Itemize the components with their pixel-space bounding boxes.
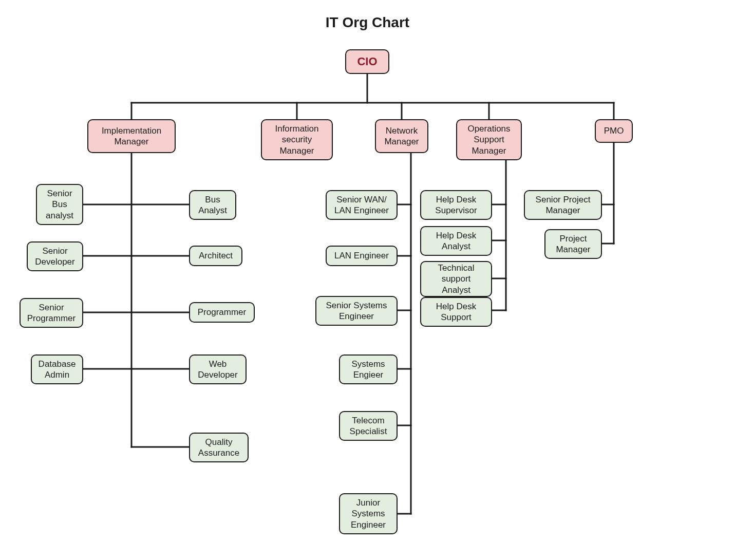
node-network-manager[interactable]: Network Manager (375, 119, 428, 153)
node-label: Database Admin (39, 359, 76, 381)
node-infosec-manager[interactable]: Information security Manager (261, 119, 333, 160)
node-label: Implementation Manager (102, 125, 161, 147)
node-senior-developer[interactable]: Senior Developer (27, 241, 83, 271)
chart-title: IT Org Chart (0, 14, 735, 31)
node-label: Senior Project Manager (536, 194, 591, 216)
node-senior-programmer[interactable]: Senior Programmer (20, 298, 83, 328)
node-architect[interactable]: Architect (189, 246, 242, 266)
node-cio[interactable]: CIO (345, 49, 389, 74)
node-project-manager[interactable]: Project Manager (544, 229, 602, 259)
node-junior-systems-engineer[interactable]: Junior Systems Engineer (339, 493, 398, 534)
org-chart-canvas: IT Org Chart (0, 0, 735, 560)
node-label: Senior Bus analyst (46, 188, 73, 221)
node-label: Project Manager (556, 233, 590, 255)
node-database-admin[interactable]: Database Admin (31, 354, 83, 384)
node-label: Senior Developer (35, 246, 75, 268)
node-senior-wan-lan-engineer[interactable]: Senior WAN/ LAN Engineer (326, 190, 398, 220)
node-label: Help Desk Support (436, 301, 476, 323)
node-label: Programmer (198, 307, 246, 318)
node-label: Senior Systems Engineer (326, 300, 387, 322)
node-label: LAN Engineer (334, 250, 389, 261)
node-senior-bus-analyst[interactable]: Senior Bus analyst (36, 184, 83, 225)
node-label: Network Manager (384, 125, 419, 147)
node-technical-support-analyst[interactable]: Technical support Analyst (420, 261, 492, 297)
node-senior-systems-engineer[interactable]: Senior Systems Engineer (315, 296, 398, 326)
node-programmer[interactable]: Programmer (189, 302, 255, 323)
node-help-desk-support[interactable]: Help Desk Support (420, 297, 492, 327)
node-label: Junior Systems Engineer (351, 497, 386, 530)
node-label: Information security Manager (275, 123, 318, 156)
node-label: Technical support Analyst (438, 263, 475, 295)
node-systems-engineer[interactable]: Systems Engieer (339, 354, 398, 384)
node-pmo[interactable]: PMO (595, 119, 633, 143)
node-senior-project-manager[interactable]: Senior Project Manager (524, 190, 602, 220)
node-web-developer[interactable]: Web Developer (189, 354, 247, 384)
node-label: CIO (357, 54, 377, 69)
node-operations-manager[interactable]: Operations Support Manager (456, 119, 522, 160)
connector-lines (0, 0, 735, 560)
node-label: Web Developer (198, 359, 238, 381)
node-label: Telecom Specialist (350, 415, 387, 437)
node-label: Operations Support Manager (467, 123, 510, 156)
node-help-desk-supervisor[interactable]: Help Desk Supervisor (420, 190, 492, 220)
node-help-desk-analyst[interactable]: Help Desk Analyst (420, 226, 492, 256)
node-label: Architect (199, 250, 233, 261)
node-label: Quality Assurance (198, 437, 239, 459)
node-label: Systems Engieer (351, 359, 385, 381)
node-label: Help Desk Supervisor (435, 194, 477, 216)
node-quality-assurance[interactable]: Quality Assurance (189, 433, 249, 462)
node-telecom-specialist[interactable]: Telecom Specialist (339, 411, 398, 441)
node-lan-engineer[interactable]: LAN Engineer (326, 246, 398, 266)
node-implementation-manager[interactable]: Implementation Manager (87, 119, 176, 153)
node-label: Help Desk Analyst (436, 230, 476, 252)
node-label: PMO (604, 125, 624, 136)
node-bus-analyst[interactable]: Bus Analyst (189, 190, 236, 220)
node-label: Bus Analyst (198, 194, 227, 216)
node-label: Senior WAN/ LAN Engineer (334, 194, 389, 216)
node-label: Senior Programmer (27, 302, 76, 324)
